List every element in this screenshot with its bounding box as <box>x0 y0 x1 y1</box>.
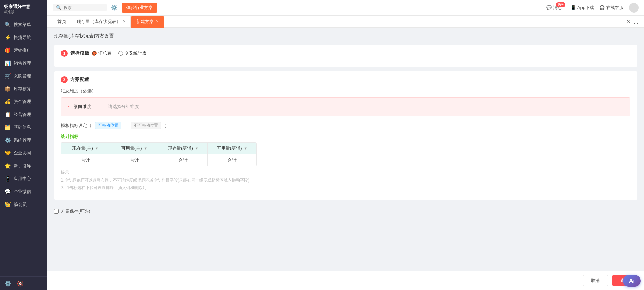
vip-icon: 👑 <box>5 201 11 208</box>
tip-item-1: 2. 点击标题栏下拉可设置排序、插入列和删除列 <box>61 184 630 192</box>
sidebar-item-label: 经营管理 <box>14 112 31 118</box>
stats-section-label: 统计指标 <box>61 134 630 140</box>
step2-header: 2 方案配置 <box>61 76 630 83</box>
tip-item-0: 1.拖动标题栏可以调整布局，不可跨维度或指标区域拖动栏目字段(只能在同一维度或指… <box>61 177 630 184</box>
sidebar-item-wechat[interactable]: 💬 企业微信 <box>0 185 47 198</box>
search-icon: 🔍 <box>5 22 11 28</box>
radio-crosstab[interactable]: 交叉统计表 <box>118 50 147 56</box>
app-center-icon: 📱 <box>5 176 11 182</box>
stats-col-header-3[interactable]: 可用量(基辅) ▼ <box>208 143 256 154</box>
sidebar-item-label: 企业微信 <box>14 189 31 195</box>
sidebar-item-search[interactable]: 🔍 搜索菜单 <box>0 18 47 31</box>
sidebar-item-label: 应用中心 <box>14 176 31 182</box>
stats-col-body-2: 合计 <box>159 154 208 166</box>
message-icon: 💬 <box>546 5 552 10</box>
marketing-icon: 🎁 <box>5 47 11 53</box>
sidebar-item-sales[interactable]: 📊 销售管理 <box>0 57 47 70</box>
sidebar-item-quick-nav[interactable]: ⚡ 快捷导航 <box>0 31 47 44</box>
messages-badge[interactable]: 💬 消息 99+ <box>546 5 562 11</box>
tab-home[interactable]: 首页 <box>53 16 71 28</box>
footer-actions: 取消 查询 <box>47 271 644 290</box>
search-input[interactable] <box>64 5 97 10</box>
online-service-label: 在线客服 <box>606 5 624 11</box>
radio-crosstab-input[interactable] <box>118 51 123 56</box>
search-box[interactable]: 🔍 <box>53 4 107 11</box>
stats-table-header: 现存量(主) ▼ 合计 可用量(主) ▼ 合计 <box>61 143 256 166</box>
tab-new-plan-close[interactable]: ✕ <box>156 19 159 24</box>
tabbar-actions: ✕ ⛶ <box>626 18 639 25</box>
sidebar-item-system[interactable]: ⚙️ 系统管理 <box>0 134 47 147</box>
ai-float-button[interactable]: Ai <box>623 275 641 287</box>
tabbar: 首页 现存量（库存状况表） ✕ 新建方案 ✕ ✕ ⛶ <box>47 16 644 28</box>
radio-summary-input[interactable] <box>92 51 97 56</box>
save-checkbox[interactable] <box>54 209 59 214</box>
sidebar-item-purchase[interactable]: 🛒 采购管理 <box>0 70 47 82</box>
close-panel-button[interactable]: ✕ <box>626 18 630 25</box>
divider: —— <box>95 104 104 110</box>
sidebar-item-app-center[interactable]: 📱 应用中心 <box>0 172 47 185</box>
stats-col-header-1[interactable]: 可用量(主) ▼ <box>110 143 159 154</box>
tab-inventory-label: 现存量（库存状况表） <box>77 19 121 25</box>
app-version: 标准版 <box>4 10 43 15</box>
save-option: 方案保存(可选) <box>54 204 637 218</box>
sidebar-item-inventory[interactable]: 📦 库存核算 <box>0 82 47 95</box>
page-title: 现存量(库存状况表)方案设置 <box>54 33 637 39</box>
sidebar-item-operations[interactable]: 📋 经营管理 <box>0 108 47 121</box>
stats-col-header-2[interactable]: 现存量(基辅) ▼ <box>159 143 208 154</box>
settings-icon[interactable]: ⚙️ <box>5 280 11 287</box>
sidebar-nav: 🔍 搜索菜单 ⚡ 快捷导航 🎁 营销推广 📊 销售管理 🛒 采购管理 📦 库存核… <box>0 18 47 276</box>
app-download-link[interactable]: 📱 App下载 <box>571 5 594 11</box>
step1-badge: 1 <box>61 50 68 57</box>
draggable-badge: 可拖动位置 <box>95 122 121 129</box>
cancel-button[interactable]: 取消 <box>583 275 608 286</box>
sidebar-item-label: 快捷导航 <box>14 34 31 41</box>
stats-col-3: 可用量(基辅) ▼ 合计 <box>208 143 256 166</box>
online-service-link[interactable]: 🎧 在线客服 <box>599 5 624 11</box>
enterprise-icon: 🤝 <box>5 150 11 156</box>
tips-title: 提示： <box>61 170 630 175</box>
main-area: 🔍 ⚙️ 体验行业方案 💬 消息 99+ 📱 App下载 🎧 在线客服 首页 <box>47 0 644 290</box>
step2-section: 2 方案配置 汇总维度（必选） * 纵向维度 —— 请选择分组维度 模板指标设定… <box>54 71 637 200</box>
tab-home-label: 首页 <box>57 19 66 25</box>
tab-new-plan[interactable]: 新建方案 ✕ <box>131 16 164 28</box>
sidebar-item-label: 销售管理 <box>14 60 31 66</box>
dimension-placeholder[interactable]: 请选择分组维度 <box>108 104 139 110</box>
stats-col-header-label-2: 现存量(基辅) <box>168 145 193 151</box>
guide-icon: 🌟 <box>5 163 11 169</box>
headset-icon: 🎧 <box>599 5 605 10</box>
sales-icon: 📊 <box>5 60 11 66</box>
tab-inventory-status[interactable]: 现存量（库存状况表） ✕ <box>72 16 131 28</box>
sidebar-item-label: 搜索菜单 <box>14 22 31 28</box>
phone-icon: 📱 <box>571 5 576 10</box>
sidebar-item-marketing[interactable]: 🎁 营销推广 <box>0 44 47 57</box>
stats-col-body-0: 合计 <box>61 154 110 166</box>
avatar[interactable] <box>629 3 639 13</box>
stats-col-1: 可用量(主) ▼ 合计 <box>110 143 159 166</box>
save-label: 方案保存(可选) <box>61 208 90 214</box>
sidebar-item-basic-info[interactable]: 🗂️ 基础信息 <box>0 121 47 134</box>
stats-col-header-label-0: 现存量(主) <box>72 145 93 151</box>
tips-section: 提示： 1.拖动标题栏可以调整布局，不可跨维度或指标区域拖动栏目字段(只能在同一… <box>61 166 630 195</box>
dimension-area[interactable]: * 纵向维度 —— 请选择分组维度 <box>61 97 630 116</box>
dimension-section-title: 汇总维度（必选） <box>61 88 630 94</box>
industry-plan-button[interactable]: 体验行业方案 <box>122 3 157 13</box>
gear-icon[interactable]: ⚙️ <box>111 4 118 11</box>
purchase-icon: 🛒 <box>5 73 11 79</box>
sidebar-item-vip[interactable]: 👑 畅会员 <box>0 198 47 211</box>
step1-title: 选择模板 <box>70 50 89 56</box>
sound-icon[interactable]: 🔇 <box>17 280 24 287</box>
tab-inventory-close[interactable]: ✕ <box>123 19 126 24</box>
radio-summary-label: 汇总表 <box>98 50 112 56</box>
radio-summary[interactable]: 汇总表 <box>92 50 112 56</box>
stats-table: 现存量(主) ▼ 合计 可用量(主) ▼ 合计 <box>61 142 257 166</box>
system-icon: ⚙️ <box>5 137 11 143</box>
stats-col-header-0[interactable]: 现存量(主) ▼ <box>61 143 110 154</box>
inventory-icon: 📦 <box>5 86 11 92</box>
wechat-icon: 💬 <box>5 189 11 195</box>
sidebar-item-guide[interactable]: 🌟 新手引导 <box>0 160 47 172</box>
sidebar-item-finance[interactable]: 💰 资金管理 <box>0 95 47 108</box>
chevron-down-icon-0: ▼ <box>95 146 99 150</box>
expand-button[interactable]: ⛶ <box>633 18 639 25</box>
sidebar-item-enterprise[interactable]: 🤝 企业协同 <box>0 147 47 160</box>
sidebar-item-label: 基础信息 <box>14 124 31 130</box>
